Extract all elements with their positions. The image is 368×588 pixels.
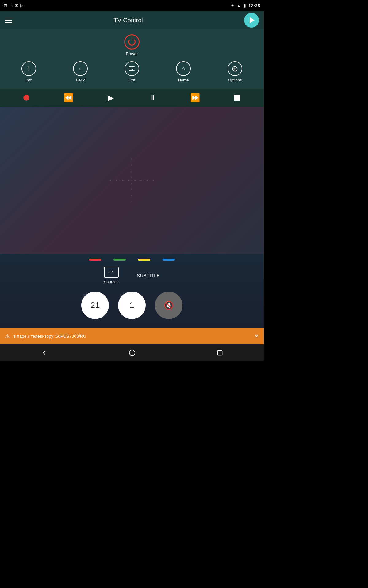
status-bar: ⊡ ⊹ ✉ ▷ ✦ ▲ ▮ 12:35 [0,0,264,11]
nav-home-icon [129,349,136,356]
home-label: Home [178,78,189,82]
svg-point-9 [116,180,117,181]
channel-1-value: 1 [129,300,134,310]
play-store-icon: ▷ [20,3,24,8]
svg-rect-17 [218,351,222,355]
nav-recents-button[interactable] [217,350,223,356]
mail-icon: ✉ [15,3,18,8]
sources-label: Sources [104,280,119,284]
bluetooth-status-icon: ✦ [231,3,234,8]
blue-color-button[interactable] [163,259,175,261]
notification-text: в паре к телевизору :50PUS7303/RU [13,334,254,339]
function-buttons-row: ℹ Info ← Back TV Exit ⌂ Home ⊕ Options [0,61,264,82]
info-button[interactable]: ℹ Info [3,61,55,82]
play-icon: ▶ [108,93,114,103]
rewind-button[interactable]: ⏪ [63,93,73,103]
exit-icon: TV [125,61,139,76]
dpad-pattern [101,150,163,211]
channel-21-button[interactable]: 21 [81,292,109,319]
power-label: Power [126,51,138,56]
bottom-controls: ⇒ Sources SUBTITLE 21 1 🔇 [0,254,264,328]
svg-point-16 [129,350,135,356]
channel-1-button[interactable]: 1 [118,292,146,319]
rewind-icon: ⏪ [63,93,73,103]
channel-21-value: 21 [90,300,100,310]
media-controls-row: ⏪ ▶ ⏸ ⏩ [0,89,264,107]
svg-point-3 [131,177,132,178]
stop-icon [234,95,240,101]
menu-button[interactable] [5,18,12,23]
exit-label: Exit [128,78,135,82]
app-title: TV Control [12,17,244,24]
mute-button[interactable]: 🔇 [155,292,182,319]
notification-bar: ⚠ в паре к телевизору :50PUS7303/RU ✕ [0,328,264,344]
top-bar: TV Control [0,11,264,29]
svg-point-0 [131,158,132,160]
notification-close-button[interactable]: ✕ [254,333,259,340]
svg-point-10 [122,180,123,181]
svg-point-15 [153,180,154,181]
svg-point-1 [131,164,132,166]
options-icon: ⊕ [228,61,242,76]
navigation-bar [0,344,264,361]
record-icon [23,95,29,101]
back-icon: ← [73,61,88,76]
number-buttons-row: 21 1 🔇 [0,292,264,319]
stop-button[interactable] [234,95,240,101]
control-top: Power ℹ Info ← Back TV Exit ⌂ Home ⊕ Opt… [0,29,264,89]
home-button[interactable]: ⌂ Home [158,61,209,82]
svg-point-14 [147,180,148,181]
svg-point-12 [134,180,136,181]
sources-button[interactable]: ⇒ Sources [104,267,119,284]
svg-point-5 [131,189,132,190]
bluetooth-icon: ⊹ [9,3,13,8]
options-button[interactable]: ⊕ Options [209,61,261,82]
power-button[interactable] [124,34,140,50]
nav-home-button[interactable] [129,349,136,356]
svg-point-2 [131,171,132,172]
red-color-button[interactable] [89,259,101,261]
power-section: Power [124,34,140,56]
svg-point-13 [140,180,142,181]
exit-button[interactable]: TV Exit [106,61,158,82]
wifi-icon: ▲ [237,3,241,8]
svg-point-4 [131,183,132,184]
record-button[interactable] [23,95,29,101]
fast-forward-icon: ⏩ [190,93,200,103]
play-fab-button[interactable] [244,13,259,28]
nav-recents-icon [217,350,223,356]
subtitle-button[interactable]: SUBTITLE [137,273,160,278]
green-color-button[interactable] [113,259,126,261]
color-buttons-row [0,259,264,261]
pause-icon: ⏸ [148,93,156,103]
play-button[interactable]: ▶ [108,93,114,103]
info-icon: ℹ [21,61,36,76]
home-icon: ⌂ [176,61,191,76]
info-label: Info [25,78,32,82]
yellow-color-button[interactable] [138,259,150,261]
svg-point-8 [110,180,111,181]
screen-icon: ⊡ [4,3,7,8]
battery-icon: ▮ [243,3,246,8]
back-button[interactable]: ← Back [55,61,106,82]
options-label: Options [228,78,242,82]
status-left-icons: ⊡ ⊹ ✉ ▷ [4,3,24,8]
back-label: Back [76,78,85,82]
sources-subtitle-row: ⇒ Sources SUBTITLE [0,267,264,284]
svg-point-7 [131,201,132,202]
fast-forward-button[interactable]: ⏩ [190,93,200,103]
nav-back-button[interactable] [41,349,48,356]
sources-icon: ⇒ [104,267,119,278]
mute-icon: 🔇 [164,301,174,310]
notification-warning-icon: ⚠ [5,333,10,340]
svg-point-6 [131,195,132,196]
status-time: 12:35 [248,3,260,8]
pause-button[interactable]: ⏸ [148,93,156,103]
dpad-area[interactable] [0,107,264,254]
svg-point-11 [128,180,129,181]
nav-back-icon [41,349,48,356]
